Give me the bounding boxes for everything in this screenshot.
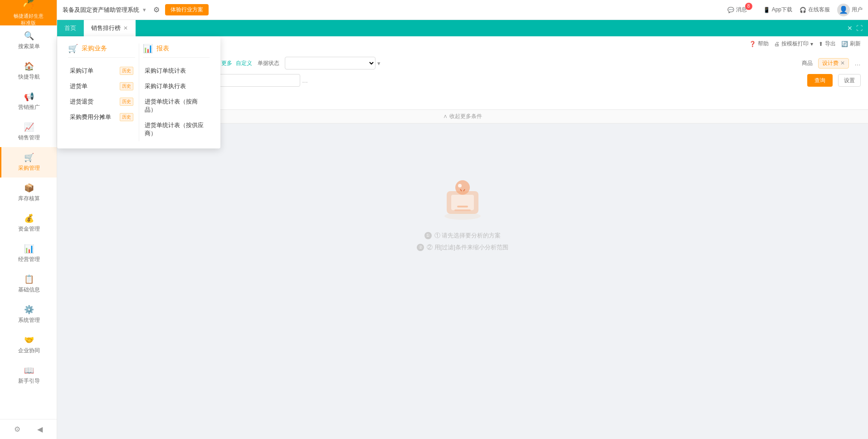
status-dropdown-icon: ▾ <box>377 60 380 67</box>
help-link[interactable]: ❓ 帮助 <box>749 40 769 48</box>
sidebar-item-system-label: 系统管理 <box>18 316 40 324</box>
print-icon: 🖨 <box>774 41 780 47</box>
help-label: 帮助 <box>758 40 769 48</box>
notification-item[interactable]: 💬 消息 8 <box>727 6 756 14</box>
purchase-dropdown-menu: 🛒 采购业务 采购订单 历史 进货单 历史 进货退货 历史 采购费用分摊单 历史 <box>57 36 220 148</box>
status-select[interactable] <box>285 57 375 69</box>
user-avatar: 👤 <box>837 4 850 16</box>
salesperson-input[interactable] <box>210 74 300 87</box>
sidebar-item-finance[interactable]: 💰 资金管理 <box>0 208 57 238</box>
purchase-order-stats-label: 采购订单统计表 <box>145 67 186 75</box>
export-label: 导出 <box>825 40 836 48</box>
sidebar-footer: ⚙ ◀ <box>0 419 57 439</box>
sidebar-item-purchase[interactable]: 🛒 采购管理 <box>0 147 57 178</box>
tab-sales-rank-label: 销售排行榜 <box>91 24 121 32</box>
export-link[interactable]: ⬆ 导出 <box>819 40 836 48</box>
tab-sales-rank[interactable]: 销售排行榜 ✕ <box>84 20 136 36</box>
inventory-icon: 📦 <box>24 183 34 193</box>
query-button[interactable]: 查询 <box>807 74 833 87</box>
menu-column-purchase: 🛒 采购业务 采购订单 历史 进货单 历史 进货退货 历史 采购费用分摊单 历史 <box>64 44 139 141</box>
menu-item-purchase-order[interactable]: 采购订单 历史 <box>68 63 135 79</box>
sidebar-item-operation[interactable]: 📊 经营管理 <box>0 238 57 269</box>
purchase-order-label: 采购订单 <box>70 67 93 75</box>
setting-button[interactable]: 设置 <box>838 74 861 87</box>
tab-close-icon[interactable]: ✕ <box>123 25 128 31</box>
purchase-order-exec-label: 采购订单执行表 <box>145 82 186 90</box>
user-item[interactable]: 👤 用户 <box>837 4 863 16</box>
topbar-settings-icon[interactable]: ⚙ <box>153 5 160 14</box>
reports-section-title: 报表 <box>156 44 169 53</box>
sidebar-item-guide[interactable]: 📖 新手引导 <box>0 360 57 390</box>
menu-item-goods-return[interactable]: 进货退货 历史 <box>68 94 135 109</box>
sidebar-item-base-info[interactable]: 📋 基础信息 <box>0 269 57 299</box>
menu-item-purchase-expense[interactable]: 采购费用分摊单 历史 <box>68 109 135 125</box>
sidebar-item-sales[interactable]: 📈 销售管理 <box>0 117 57 147</box>
menu-item-receipt-stats-by-goods[interactable]: 进货单统计表（按商品） <box>143 94 210 118</box>
collapse-icon: ∧ <box>443 113 448 119</box>
goods-more-btn[interactable]: … <box>854 59 861 67</box>
svg-rect-7 <box>457 206 468 207</box>
marketing-icon: 📢 <box>24 92 34 102</box>
empty-hint-1: ① ① 请先选择要分析的方案 <box>424 232 501 240</box>
menu-item-purchase-order-exec[interactable]: 采购订单执行表 <box>143 79 210 94</box>
sidebar-item-guide-label: 新手引导 <box>18 377 40 385</box>
tabbar-expand-btn[interactable]: ⛶ <box>856 25 863 32</box>
message-icon: 💬 <box>727 7 734 13</box>
tab-home[interactable]: 首页 <box>57 20 84 36</box>
purchase-icon: 🛒 <box>24 153 34 163</box>
goods-receipt-label: 进货单 <box>70 82 88 90</box>
goods-return-history-badge[interactable]: 历史 <box>120 98 133 106</box>
industry-solution-button[interactable]: 体验行业方案 <box>165 4 209 15</box>
tabbar-close-btn[interactable]: ✕ <box>847 25 853 32</box>
topbar-dropdown-icon[interactable]: ▾ <box>143 6 146 13</box>
sidebar-item-purchase-label: 采购管理 <box>18 164 40 172</box>
tabbar: 首页 销售排行榜 ✕ ✕ ⛶ <box>57 20 868 36</box>
reports-section-header: 📊 报表 <box>143 44 210 58</box>
menu-item-receipt-stats-by-supplier[interactable]: 进货单统计表（按供应商） <box>143 118 210 141</box>
goods-tag-label: 设计费 <box>822 59 839 67</box>
hint1-text: ① 请先选择要分析的方案 <box>434 232 501 240</box>
sidebar-item-marketing[interactable]: 📢 营销推广 <box>0 86 57 117</box>
sidebar-item-search[interactable]: 🔍 搜索菜单 <box>0 25 57 56</box>
purchase-order-history-badge[interactable]: 历史 <box>120 67 133 75</box>
footer-collapse-btn[interactable]: ◀ <box>37 425 43 434</box>
operation-icon: 📊 <box>24 244 34 254</box>
sidebar-item-enterprise[interactable]: 🤝 企业协同 <box>0 330 57 360</box>
sidebar-item-inventory[interactable]: 📦 库存核算 <box>0 178 57 208</box>
svg-rect-8 <box>454 209 471 211</box>
help-icon: ❓ <box>749 41 756 47</box>
sidebar-item-inventory-label: 库存核算 <box>18 195 40 202</box>
hint2-text: ② 用[过滤]条件来缩小分析范围 <box>427 243 508 252</box>
guide-icon: 📖 <box>24 365 34 375</box>
purchase-expense-history-badge[interactable]: 历史 <box>120 113 133 121</box>
sidebar-item-operation-label: 经营管理 <box>18 256 40 263</box>
reports-section-icon: 📊 <box>143 44 153 54</box>
menu-columns: 🛒 采购业务 采购订单 历史 进货单 历史 进货退货 历史 采购费用分摊单 历史 <box>64 44 213 141</box>
goods-tag: 设计费 ✕ <box>818 58 849 69</box>
app-download-label: App下载 <box>772 6 792 14</box>
user-name: 用户 <box>852 6 863 14</box>
online-service-item[interactable]: 🎧 在线客服 <box>800 6 830 14</box>
print-link[interactable]: 🖨 按模板打印 ▾ <box>774 40 813 48</box>
footer-settings-btn[interactable]: ⚙ <box>14 425 20 434</box>
preset-more[interactable]: 更多 <box>221 59 232 67</box>
sidebar-item-search-label: 搜索菜单 <box>18 43 40 50</box>
goods-receipt-history-badge[interactable]: 历史 <box>120 82 133 90</box>
app-download-item[interactable]: 📱 App下载 <box>763 6 792 14</box>
refresh-link[interactable]: 🔄 刷新 <box>841 40 861 48</box>
svg-rect-2 <box>451 195 474 210</box>
sidebar-item-system[interactable]: ⚙️ 系统管理 <box>0 299 57 330</box>
sidebar-item-enterprise-label: 企业协同 <box>18 347 40 355</box>
menu-item-purchase-order-stats[interactable]: 采购订单统计表 <box>143 63 210 79</box>
print-label: 按模板打印 <box>781 40 809 48</box>
sidebar-item-base-info-label: 基础信息 <box>18 286 40 294</box>
menu-item-goods-receipt[interactable]: 进货单 历史 <box>68 79 135 94</box>
preset-custom[interactable]: 自定义 <box>236 59 252 67</box>
hint2-bullet: ② <box>417 244 424 251</box>
sidebar-item-sales-label: 销售管理 <box>18 134 40 142</box>
sidebar-item-quick-nav[interactable]: 🏠 快捷导航 <box>0 56 57 86</box>
goods-tag-close[interactable]: ✕ <box>840 60 845 66</box>
logo-icon: 🍊 <box>22 0 35 12</box>
salesperson-more-btn[interactable]: … <box>302 77 308 84</box>
sidebar-logo: 🍊 畅捷通好生意 标准版 <box>0 0 57 25</box>
